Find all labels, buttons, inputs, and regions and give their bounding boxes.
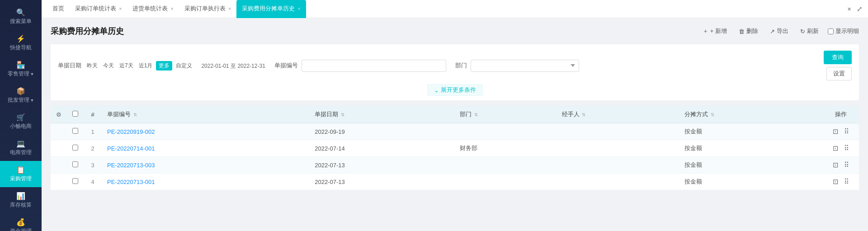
sidebar-item-ecom[interactable]: 💻 电商管理 xyxy=(0,135,42,161)
show-detail-input[interactable] xyxy=(828,28,834,34)
sidebar-item-finance[interactable]: 💰 资金管理 xyxy=(0,213,42,231)
td-checkbox[interactable] xyxy=(67,140,84,157)
sidebar-item-ecom-small[interactable]: 🛒 小畅电商 xyxy=(0,108,42,135)
page-title: 采购费用分摊单历史 xyxy=(51,26,124,37)
td-handler xyxy=(557,174,679,190)
doc-no-link[interactable]: PE-20220714-001 xyxy=(107,145,155,152)
date-btn-7days[interactable]: 近7天 xyxy=(118,61,135,71)
maximize-icon[interactable]: ⤢ xyxy=(857,5,863,13)
date-btn-custom[interactable]: 自定义 xyxy=(174,61,194,71)
th-checkbox[interactable] xyxy=(67,106,84,123)
row-checkbox[interactable] xyxy=(72,178,78,184)
sidebar: 🔍 搜索菜单 ⚡ 快捷导航 🏪 零售管理▼ 📦 批发管理▼ 🛒 小畅电商 💻 电… xyxy=(0,0,42,231)
th-num: # xyxy=(84,106,102,123)
tab-close-icon[interactable]: × xyxy=(119,6,122,11)
date-btn-today[interactable]: 今天 xyxy=(101,61,116,71)
date-label: 单据日期 xyxy=(58,61,81,70)
table-row: 3 PE-20220713-003 2022-07-13 按金额 ⊡ ⠿ xyxy=(51,157,859,174)
dept-label: 部门 xyxy=(455,61,467,70)
more-icon[interactable]: ⠿ xyxy=(842,127,851,136)
chevron-down-icon: ▼ xyxy=(30,72,34,76)
tab-purchase-exec[interactable]: 采购订单执行表 × xyxy=(179,0,236,18)
more-icon[interactable]: ⠿ xyxy=(842,160,851,170)
sidebar-item-label: 零售管理▼ xyxy=(2,70,40,78)
td-doc-no: PE-20220713-003 xyxy=(102,157,309,174)
show-detail-checkbox[interactable]: 显示明细 xyxy=(828,27,859,35)
table-settings-icon[interactable]: ⚙ xyxy=(51,106,67,123)
td-checkbox[interactable] xyxy=(67,174,84,190)
th-date[interactable]: 单据日期 ⇅ xyxy=(309,106,454,123)
sidebar-item-search[interactable]: 🔍 搜索菜单 xyxy=(0,4,42,30)
search-panel: 单据日期 昨天 今天 近7天 近1月 更多 自定义 2022-01-01 至 2… xyxy=(51,44,859,100)
row-checkbox[interactable] xyxy=(72,145,78,151)
td-handler xyxy=(557,157,679,174)
query-button[interactable]: 查询 xyxy=(824,51,852,64)
row-checkbox[interactable] xyxy=(72,161,78,167)
view-icon[interactable]: ⊡ xyxy=(831,160,840,170)
td-num: 2 xyxy=(84,140,102,157)
sidebar-item-inventory[interactable]: 📊 库存核算 xyxy=(0,187,42,213)
sidebar-item-label: 小畅电商 xyxy=(2,123,40,130)
setting-button[interactable]: 设置 xyxy=(826,67,852,80)
table-row: 4 PE-20220713-001 2022-07-13 按金额 ⊡ ⠿ xyxy=(51,174,859,190)
tab-goods-stat[interactable]: 进货单统计表 × xyxy=(127,0,179,18)
data-table-container: ⚙ # 单据编号 ⇅ 单据日期 ⇅ 部门 ⇅ xyxy=(51,106,859,190)
doc-no-link[interactable]: PE-20220713-003 xyxy=(107,162,155,169)
more-icon[interactable]: ⠿ xyxy=(842,143,851,153)
td-dept xyxy=(454,174,557,190)
lightning-icon: ⚡ xyxy=(2,34,40,43)
select-all-checkbox[interactable] xyxy=(72,111,78,117)
td-op: ⊡ ⠿ xyxy=(823,140,859,157)
tab-bar-controls: × ⤢ xyxy=(847,5,863,13)
td-checkbox[interactable] xyxy=(67,123,84,140)
td-num: 4 xyxy=(84,174,102,190)
td-num: 3 xyxy=(84,157,102,174)
date-filter-field: 单据日期 昨天 今天 近7天 近1月 更多 自定义 2022-01-01 至 2… xyxy=(58,61,265,71)
th-handler[interactable]: 经手人 ⇅ xyxy=(557,106,679,123)
data-table: ⚙ # 单据编号 ⇅ 单据日期 ⇅ 部门 ⇅ xyxy=(51,106,859,190)
tab-close-icon[interactable]: × xyxy=(170,6,173,11)
th-dept[interactable]: 部门 ⇅ xyxy=(454,106,557,123)
sidebar-item-retail[interactable]: 🏪 零售管理▼ xyxy=(0,56,42,82)
td-method: 按金额 xyxy=(679,123,823,140)
tab-purchase-cost-history[interactable]: 采购费用分摊单历史 × xyxy=(236,0,306,18)
row-checkbox[interactable] xyxy=(72,128,78,134)
tab-close-icon[interactable]: × xyxy=(228,6,231,11)
date-btn-1month[interactable]: 近1月 xyxy=(137,61,155,71)
delete-button[interactable]: 🗑 删除 xyxy=(736,25,761,37)
view-icon[interactable]: ⊡ xyxy=(831,143,840,153)
sidebar-item-purchase[interactable]: 📋 采购管理 xyxy=(0,161,42,187)
export-button[interactable]: ↗ 导出 xyxy=(767,25,791,37)
th-doc-no[interactable]: 单据编号 ⇅ xyxy=(102,106,309,123)
dept-select[interactable] xyxy=(471,60,579,72)
sidebar-item-label: 快捷导航 xyxy=(2,44,40,52)
search-icon: 🔍 xyxy=(2,8,40,17)
close-window-icon[interactable]: × xyxy=(847,5,851,13)
sidebar-item-quick-nav[interactable]: ⚡ 快捷导航 xyxy=(0,30,42,56)
date-btn-yesterday[interactable]: 昨天 xyxy=(85,61,99,71)
sidebar-item-wholesale[interactable]: 📦 批发管理▼ xyxy=(0,82,42,108)
tab-bar: 首页 采购订单统计表 × 进货单统计表 × 采购订单执行表 × 采购费用分摊单历… xyxy=(42,0,868,18)
tab-close-active-icon[interactable]: × xyxy=(297,6,300,11)
td-dept: 财务部 xyxy=(454,140,557,157)
th-method[interactable]: 分摊方式 ⇅ xyxy=(679,106,823,123)
add-button[interactable]: ＋ + 新增 xyxy=(700,25,730,37)
tab-home[interactable]: 首页 xyxy=(47,0,70,18)
refresh-button[interactable]: ↻ 刷新 xyxy=(797,25,821,37)
date-btn-more[interactable]: 更多 xyxy=(156,61,172,71)
td-op: ⊡ ⠿ xyxy=(823,157,859,174)
doc-no-link[interactable]: PE-20220713-001 xyxy=(107,179,155,185)
view-icon[interactable]: ⊡ xyxy=(831,177,840,186)
date-options: 昨天 今天 近7天 近1月 更多 自定义 xyxy=(85,61,194,71)
doc-no-input[interactable] xyxy=(302,60,446,72)
view-icon[interactable]: ⊡ xyxy=(831,127,840,136)
page-content: 采购费用分摊单历史 ＋ + 新增 🗑 删除 ↗ 导出 ↻ 刷新 xyxy=(42,18,868,231)
expand-more-button[interactable]: ⌄ 展开更多条件 xyxy=(427,84,483,96)
td-date: 2022-09-19 xyxy=(309,123,454,140)
doc-no-link[interactable]: PE-20220919-002 xyxy=(107,128,155,135)
td-checkbox[interactable] xyxy=(67,157,84,174)
doc-no-field: 单据编号 xyxy=(274,60,446,72)
sidebar-item-label: 搜索菜单 xyxy=(2,18,40,25)
tab-purchase-stat[interactable]: 采购订单统计表 × xyxy=(70,0,127,18)
more-icon[interactable]: ⠿ xyxy=(842,177,851,186)
